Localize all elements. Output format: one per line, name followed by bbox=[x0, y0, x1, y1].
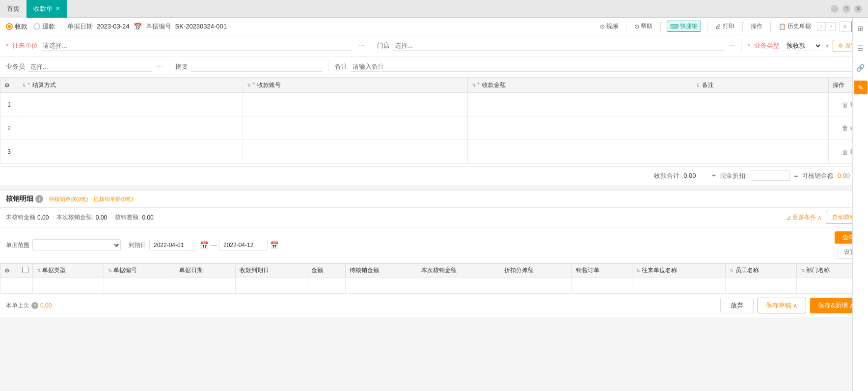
doc-date-value: 2023-03-24 bbox=[97, 23, 130, 30]
print-btn[interactable]: 🖨 打印 bbox=[713, 21, 736, 31]
remark-input[interactable] bbox=[351, 62, 862, 72]
counterpart-input[interactable] bbox=[41, 41, 353, 51]
current-label: 本次核销金额: bbox=[56, 213, 93, 222]
diff-label: 核销差额: bbox=[115, 213, 140, 222]
date-to-cal-icon[interactable]: 📅 bbox=[270, 241, 278, 249]
row-3-settlement[interactable] bbox=[18, 140, 243, 164]
range-select-wrap: ▼ bbox=[32, 239, 121, 251]
pending-tab[interactable]: 待核销单据(0笔) bbox=[49, 196, 88, 203]
col-amount-header: ⇅ * 收款金额 bbox=[467, 78, 692, 93]
ops-btn[interactable]: 操作 bbox=[749, 21, 764, 31]
staff-more-icon[interactable]: ··· bbox=[157, 62, 163, 71]
summary-group: 摘要 bbox=[175, 62, 323, 72]
remark-group: 备注 bbox=[335, 62, 862, 72]
sep2 bbox=[626, 22, 626, 31]
print-icon: 🖨 bbox=[715, 23, 721, 30]
more-cond-btn[interactable]: ⊿ 更多条件 ∧ bbox=[786, 213, 822, 222]
range-select[interactable] bbox=[32, 239, 121, 251]
bt-col-due-date: 收款到期日 bbox=[235, 264, 307, 278]
row-1-amount[interactable] bbox=[467, 93, 692, 116]
shortcut-btn[interactable]: ⌨ 快捷键 bbox=[667, 21, 701, 32]
sidebar-table-icon[interactable]: ⊞ bbox=[854, 22, 868, 35]
help-btn[interactable]: ⊙ 帮助 bbox=[632, 21, 654, 31]
row-3-account[interactable] bbox=[243, 140, 467, 164]
field-divider-3 bbox=[169, 59, 169, 74]
sep6 bbox=[770, 22, 771, 31]
row-3-amount[interactable] bbox=[467, 140, 692, 164]
save-draft-btn[interactable]: 保存草稿 ∧ bbox=[758, 298, 806, 313]
sidebar-edit-icon[interactable]: ✎ bbox=[854, 81, 868, 94]
counterpart-group: * 往来单位 ··· bbox=[6, 41, 365, 51]
sidebar-attachment-icon[interactable]: 🔗 bbox=[854, 61, 868, 75]
bt-select-all[interactable] bbox=[22, 267, 28, 273]
sidebar-list-icon[interactable]: ☰ bbox=[854, 41, 868, 55]
row-1-delete-btn[interactable]: 🗑 bbox=[841, 101, 848, 109]
video-btn[interactable]: ⊙ 视频 bbox=[598, 21, 620, 31]
gear-icon: ⚙ bbox=[838, 42, 843, 49]
bt-col-settings[interactable]: ⚙ bbox=[0, 264, 18, 278]
row-2-amount[interactable] bbox=[467, 116, 692, 140]
minimize-btn[interactable]: — bbox=[831, 5, 839, 13]
nav-next[interactable]: › bbox=[827, 22, 836, 31]
toolbar-right: ⊙ 视频 ⊙ 帮助 ⌨ 快捷键 🖨 打印 操作 bbox=[598, 21, 862, 32]
date-label: 到期日 bbox=[129, 241, 146, 250]
radio-refund[interactable]: 退款 bbox=[33, 22, 55, 31]
col-settlement-header: ⇅ * 结算方式 bbox=[18, 78, 243, 93]
date-to-input[interactable] bbox=[219, 240, 268, 251]
discount-label: 现金折扣: bbox=[720, 171, 747, 180]
row-1-account[interactable] bbox=[243, 93, 467, 116]
counterpart-more-icon[interactable]: ··· bbox=[358, 41, 364, 50]
maximize-btn[interactable]: □ bbox=[842, 5, 850, 13]
row-2-remark[interactable] bbox=[692, 116, 829, 140]
row-3-remark[interactable] bbox=[692, 140, 829, 164]
col-account-header: ⇅ * 收款账号 bbox=[243, 78, 467, 93]
row-1-settlement[interactable] bbox=[18, 93, 243, 116]
bt-col-doc-type: ⇅ 单据类型 bbox=[33, 264, 104, 278]
store-input[interactable] bbox=[393, 41, 724, 51]
tab-home-label: 首页 bbox=[7, 4, 20, 13]
bottom-table-row bbox=[0, 278, 868, 293]
current-value: 0.00 bbox=[96, 214, 107, 221]
row-1-remark[interactable] bbox=[692, 93, 829, 116]
store-more-icon[interactable]: ··· bbox=[729, 41, 735, 50]
summary-input[interactable] bbox=[191, 62, 323, 72]
tab-receipt[interactable]: 收款单 ✕ bbox=[27, 0, 67, 18]
radio-group: 收款 退款 bbox=[6, 22, 55, 31]
print-label: 打印 bbox=[723, 22, 734, 30]
footer-info-icon[interactable]: ? bbox=[31, 302, 38, 309]
net-label: 可核销金额 bbox=[802, 171, 834, 180]
abandon-btn[interactable]: 放弃 bbox=[720, 298, 754, 313]
main-content: 收款 退款 单据日期 2023-03-24 📅 单据编号 SK-20230324… bbox=[0, 18, 868, 391]
summary-row: 收款合计 0.00 + 现金折扣: = 可核销金额 0.00 bbox=[0, 166, 868, 185]
verify-info-icon[interactable]: i bbox=[35, 195, 43, 203]
row-2-account[interactable] bbox=[243, 116, 467, 140]
video-label: 视频 bbox=[606, 22, 618, 30]
date-from-cal-icon[interactable]: 📅 bbox=[200, 241, 209, 249]
equals-sign: = bbox=[794, 172, 798, 179]
tab-close-icon[interactable]: ✕ bbox=[55, 5, 60, 12]
sep1 bbox=[61, 22, 61, 31]
radio-receive-label: 收款 bbox=[15, 22, 27, 31]
staff-input[interactable] bbox=[28, 62, 152, 72]
calendar-icon[interactable]: 📅 bbox=[134, 23, 142, 30]
toolbar-row: 收款 退款 单据日期 2023-03-24 📅 单据编号 SK-20230324… bbox=[0, 18, 868, 35]
biz-type-select[interactable]: 预收款 bbox=[783, 40, 822, 51]
row-2-settlement[interactable] bbox=[18, 116, 243, 140]
close-btn[interactable]: ✕ bbox=[854, 5, 862, 13]
bt-col-pending: 待核销金额 bbox=[345, 264, 417, 278]
discount-input[interactable] bbox=[751, 170, 790, 181]
date-from-input[interactable] bbox=[149, 240, 198, 251]
tab-home[interactable]: 首页 bbox=[0, 0, 27, 18]
doc-no-group: 单据编号 SK-20230324-001 bbox=[146, 22, 227, 31]
history-btn[interactable]: 📋 历史单据 bbox=[777, 21, 813, 31]
row-3-delete-btn[interactable]: 🗑 bbox=[841, 148, 848, 156]
done-tab[interactable]: 已核销单据(0笔) bbox=[94, 196, 133, 203]
layout-lines-btn[interactable]: ≡ bbox=[840, 21, 850, 32]
nav-prev[interactable]: ‹ bbox=[817, 22, 826, 31]
row-2-delete-btn[interactable]: 🗑 bbox=[841, 124, 848, 132]
current-verify-group: 本次核销金额: 0.00 bbox=[56, 213, 107, 222]
col-settings-header[interactable]: ⚙ bbox=[0, 78, 18, 93]
sep4 bbox=[707, 22, 707, 31]
bt-col-discount: 折扣分摊额 bbox=[500, 264, 571, 278]
radio-receive[interactable]: 收款 bbox=[6, 22, 27, 31]
